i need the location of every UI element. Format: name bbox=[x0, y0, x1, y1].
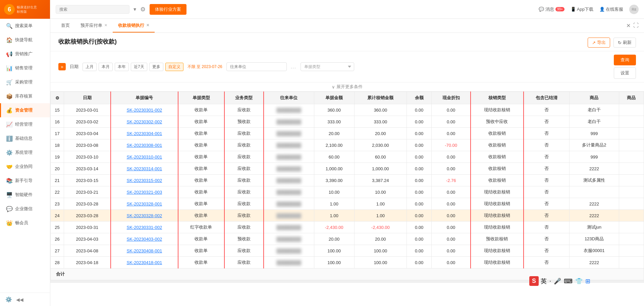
user-avatar[interactable]: Rit bbox=[629, 5, 639, 14]
cell-amount: 100.00 bbox=[314, 245, 354, 257]
sidebar-item-beginner[interactable]: 📚新手引导 bbox=[0, 174, 50, 188]
doc-no-link[interactable]: SK-20230418-001 bbox=[127, 260, 162, 265]
table-row[interactable]: 18 2023-03-08 SK-20230308-001 收款单 应收款 ██… bbox=[51, 139, 644, 151]
doc-no-link[interactable]: SK-20230331-002 bbox=[127, 225, 162, 230]
table-row[interactable]: 24 2023-03-28 SK-20230328-002 收款单 应收款 ██… bbox=[51, 210, 644, 222]
sidebar-item-search-menu[interactable]: 🔍搜索菜单 bbox=[0, 19, 50, 33]
sidebar-item-sales[interactable]: 📊销售管理 bbox=[0, 61, 50, 75]
online-service-link[interactable]: 👤 在线客服 bbox=[599, 6, 623, 12]
cell-biz-type: 应收款 bbox=[224, 210, 264, 222]
watermark-icon-4[interactable]: ⌨ bbox=[564, 278, 573, 285]
date-btn-custom[interactable]: 自定义 bbox=[165, 63, 183, 71]
sidebar-item-basic-info[interactable]: ℹ️基础信息 bbox=[0, 131, 50, 145]
cell-date: 2023-03-04 bbox=[64, 128, 111, 139]
cell-doc-no: SK-20230321-003 bbox=[111, 186, 178, 198]
export-button[interactable]: ↗ 导出 bbox=[588, 38, 610, 48]
sidebar-item-quick-nav[interactable]: 🏠快捷导航 bbox=[0, 33, 50, 47]
expand-more-button[interactable]: ∨ 展开更多条件 bbox=[332, 84, 363, 90]
cell-settled: 否 bbox=[524, 139, 570, 151]
doc-no-link[interactable]: SK-20230308-001 bbox=[127, 143, 162, 148]
settings-icon[interactable]: ⚙️ bbox=[5, 296, 12, 303]
doc-no-link[interactable]: SK-20230304-001 bbox=[127, 131, 162, 136]
tab-pre-invoice[interactable]: 预开应付单 ✕ bbox=[75, 19, 113, 33]
query-button[interactable]: 查询 bbox=[614, 55, 636, 65]
sidebar-label-finance: 资金管理 bbox=[15, 107, 33, 113]
date-btn-this-month[interactable]: 本月 bbox=[99, 63, 113, 71]
doc-no-link[interactable]: SK-20230315-002 bbox=[127, 178, 162, 183]
sidebar-item-operations[interactable]: 📈经营管理 bbox=[0, 117, 50, 131]
dropdown-icon[interactable]: ▾ bbox=[133, 6, 136, 12]
doc-no-link[interactable]: SK-20230310-001 bbox=[127, 155, 162, 160]
doc-no-link[interactable]: SK-20230302-002 bbox=[127, 119, 162, 124]
watermark-icon-1[interactable]: 英 bbox=[541, 277, 547, 285]
date-btn-this-year[interactable]: 本年 bbox=[115, 63, 129, 71]
table-row[interactable]: 21 2023-03-15 SK-20230315-002 收款单 应收款 ██… bbox=[51, 175, 644, 186]
sidebar-item-smart-hw[interactable]: 🖥️智能硬件 bbox=[0, 188, 50, 202]
tab-close-pre-invoice[interactable]: ✕ bbox=[104, 23, 107, 27]
table-row[interactable]: 27 2023-04-08 SK-20230408-001 收款单 应收款 ██… bbox=[51, 245, 644, 257]
date-btn-last-month[interactable]: 上月 bbox=[83, 63, 97, 71]
doc-no-link[interactable]: SK-20230314-001 bbox=[127, 166, 162, 171]
col-settings[interactable]: ⚙ bbox=[51, 92, 64, 104]
vip-icon: 👑 bbox=[6, 220, 12, 226]
close-tab-icon[interactable]: ✕ bbox=[626, 22, 631, 29]
watermark-icon-5[interactable]: 👕 bbox=[575, 278, 583, 285]
cell-doc-type: 收款单 bbox=[178, 116, 224, 128]
refresh-button[interactable]: ↻ 刷新 bbox=[613, 38, 636, 48]
cell-product2 bbox=[619, 210, 644, 222]
watermark-icon-3[interactable]: 🎤 bbox=[554, 278, 561, 285]
cell-product1: 多计量商品2 bbox=[570, 139, 619, 151]
cell-accum: 100.00 bbox=[354, 245, 407, 257]
table-row[interactable]: 26 2023-04-03 SK-20230403-002 收款单 预收款 ██… bbox=[51, 233, 644, 245]
filter-toggle-button[interactable]: » bbox=[58, 63, 66, 70]
doc-no-link[interactable]: SK-20230328-002 bbox=[127, 213, 162, 218]
app-download-link[interactable]: 📱 App下载 bbox=[571, 6, 593, 12]
table-row[interactable]: 15 2023-03-01 SK-20230301-002 收款单 应收款 ██… bbox=[51, 104, 644, 116]
sidebar-item-corp-wechat[interactable]: 💬企业微信 bbox=[0, 202, 50, 216]
date-btn-more[interactable]: 更多 bbox=[149, 63, 163, 71]
sidebar-item-corp-collab[interactable]: 🤝企业协同 bbox=[0, 160, 50, 174]
watermark-icon-2[interactable]: · bbox=[549, 278, 551, 285]
partner-input[interactable] bbox=[226, 62, 287, 71]
date-btn-7days[interactable]: 近7天 bbox=[131, 63, 147, 71]
sidebar-item-finance[interactable]: 💰资金管理 bbox=[0, 103, 50, 117]
table-row[interactable]: 19 2023-03-10 SK-20230310-001 收款单 应收款 ██… bbox=[51, 151, 644, 163]
cell-verify-type: 收款核销 bbox=[471, 175, 524, 186]
table-row[interactable]: 16 2023-03-02 SK-20230302-002 收款单 预收款 ██… bbox=[51, 116, 644, 128]
table-row[interactable]: 23 2023-03-28 SK-20230328-001 收款单 应收款 ██… bbox=[51, 198, 644, 210]
table-row[interactable]: 20 2023-03-14 SK-20230314-001 收款单 应收款 ██… bbox=[51, 163, 644, 175]
table-row[interactable]: 17 2023-03-04 SK-20230304-001 收款单 应收款 ██… bbox=[51, 128, 644, 139]
voucher-type-select[interactable]: 单据类型 bbox=[301, 62, 354, 71]
settings-icon[interactable]: ⚙ bbox=[55, 96, 59, 101]
sidebar-item-purchase[interactable]: 🛒采购管理 bbox=[0, 75, 50, 89]
tab-close-verify[interactable]: ✕ bbox=[146, 23, 149, 27]
search-input[interactable] bbox=[56, 5, 129, 14]
sidebar-item-marketing[interactable]: 📢营销推广 bbox=[0, 47, 50, 61]
message-button[interactable]: 💬 消息 99+ bbox=[539, 6, 565, 12]
tab-verify[interactable]: 收款核销执行 ✕ bbox=[113, 19, 155, 33]
tab-home[interactable]: 首页 bbox=[56, 19, 75, 33]
cell-date: 2023-03-21 bbox=[64, 186, 111, 198]
doc-no-link[interactable]: SK-20230301-002 bbox=[127, 108, 162, 113]
sidebar-item-inventory[interactable]: 📦库存核算 bbox=[0, 89, 50, 103]
doc-no-link[interactable]: SK-20230408-001 bbox=[127, 248, 162, 253]
sidebar-item-system[interactable]: ⚙️系统管理 bbox=[0, 145, 50, 160]
topbar: ▾ ⚙ 体验行业方案 💬 消息 99+ 📱 App下载 👤 在线客服 Rit bbox=[50, 0, 644, 19]
cell-amount: 10.00 bbox=[314, 186, 354, 198]
gear-icon[interactable]: ⚙ bbox=[140, 6, 146, 13]
doc-no-link[interactable]: SK-20230321-003 bbox=[127, 190, 162, 195]
watermark-icon-6[interactable]: ⊞ bbox=[585, 278, 590, 285]
solution-button[interactable]: 体验行业方案 bbox=[150, 4, 186, 15]
filter-settings-button[interactable]: 设置 bbox=[614, 67, 636, 79]
collapse-icon[interactable]: ◀◀ bbox=[16, 297, 23, 302]
sidebar-item-vip[interactable]: 👑畅会员 bbox=[0, 216, 50, 230]
doc-no-link[interactable]: SK-20230403-002 bbox=[127, 237, 162, 242]
table-row[interactable]: 28 2023-04-18 SK-20230418-001 收款单 应收款 ██… bbox=[51, 257, 644, 268]
cell-doc-type: 收款单 bbox=[178, 139, 224, 151]
doc-no-link[interactable]: SK-20230328-001 bbox=[127, 201, 162, 206]
maximize-icon[interactable]: ⛶ bbox=[633, 22, 639, 29]
cell-balance: 0.00 bbox=[407, 128, 432, 139]
table-row[interactable]: 25 2023-03-31 SK-20230331-002 红字收款单 应收款 … bbox=[51, 222, 644, 233]
cell-accum: 3,387.24 bbox=[354, 175, 407, 186]
table-row[interactable]: 22 2023-03-21 SK-20230321-003 收款单 应收款 ██… bbox=[51, 186, 644, 198]
